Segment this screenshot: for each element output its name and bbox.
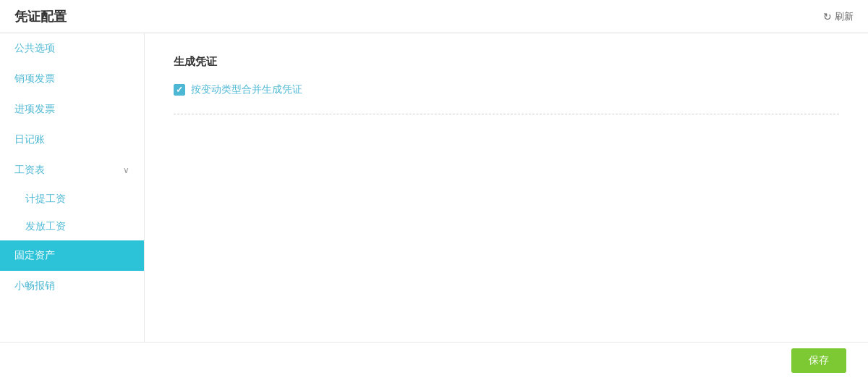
sidebar-item-journal[interactable]: 日记账 — [0, 125, 144, 155]
sidebar-item-purchase-invoice[interactable]: 进项发票 — [0, 94, 144, 125]
sidebar-item-label: 日记账 — [14, 133, 45, 146]
save-button[interactable]: 保存 — [791, 348, 846, 373]
sidebar-item-label: 固定资产 — [14, 249, 55, 262]
sidebar-item-label: 公共选项 — [14, 42, 55, 55]
sidebar-item-label: 销项发票 — [14, 72, 55, 85]
refresh-label: 刷新 — [835, 10, 854, 23]
bottom-bar: 保存 — [0, 342, 868, 378]
checkbox-row: 按变动类型合并生成凭证 — [174, 83, 839, 96]
sidebar: 公共选项 销项发票 进项发票 日记账 工资表 ∨ 计提工资 发放工资 固定资产 … — [0, 33, 145, 342]
sidebar-item-label: 工资表 — [14, 164, 45, 177]
page-title: 凭证配置 — [14, 8, 67, 25]
merge-by-type-checkbox[interactable] — [174, 84, 185, 96]
refresh-button[interactable]: ↻ 刷新 — [823, 10, 854, 23]
header: 凭证配置 ↻ 刷新 — [0, 0, 868, 33]
sidebar-item-fixed-assets[interactable]: 固定资产 — [0, 240, 144, 271]
content-area: 生成凭证 按变动类型合并生成凭证 — [145, 33, 868, 342]
sidebar-item-label: 小畅报销 — [14, 280, 55, 293]
sidebar-item-payroll[interactable]: 工资表 ∨ — [0, 155, 144, 185]
refresh-icon: ↻ — [823, 11, 832, 22]
sidebar-item-release-payroll[interactable]: 发放工资 — [0, 213, 144, 240]
sidebar-item-label: 计提工资 — [25, 193, 66, 204]
section-title: 生成凭证 — [174, 55, 839, 69]
checkbox-label: 按变动类型合并生成凭证 — [191, 83, 302, 96]
sidebar-item-expense-claim[interactable]: 小畅报销 — [0, 271, 144, 301]
sidebar-item-public[interactable]: 公共选项 — [0, 33, 144, 64]
chevron-down-icon: ∨ — [123, 165, 129, 175]
sidebar-item-label: 进项发票 — [14, 103, 55, 116]
main-content: 公共选项 销项发票 进项发票 日记账 工资表 ∨ 计提工资 发放工资 固定资产 … — [0, 33, 868, 342]
divider — [174, 114, 839, 114]
sidebar-item-accrual-payroll[interactable]: 计提工资 — [0, 185, 144, 213]
sidebar-item-sales-invoice[interactable]: 销项发票 — [0, 64, 144, 94]
sidebar-item-label: 发放工资 — [25, 220, 66, 232]
